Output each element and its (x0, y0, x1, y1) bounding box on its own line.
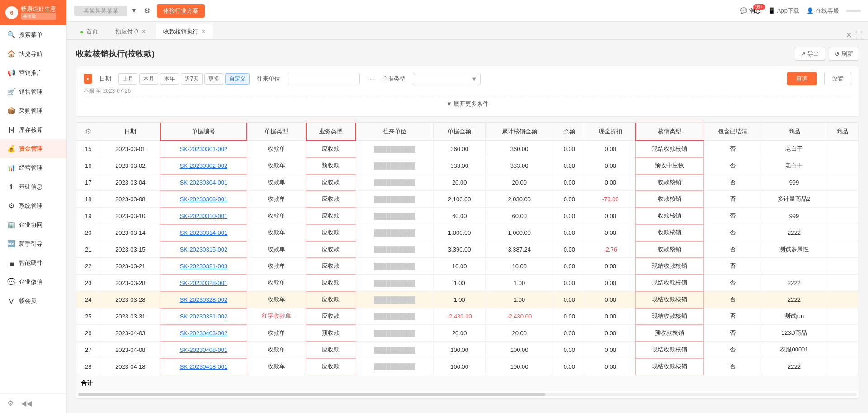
tab-home[interactable]: ● 首页 (72, 24, 106, 39)
expand-conditions-btn[interactable]: ▼ 展开更多条件 (84, 97, 851, 111)
table-cell[interactable]: SK-20230321-003 (160, 258, 247, 275)
tab-close-all-icon[interactable]: ✕ (846, 31, 852, 39)
query-button[interactable]: 查询 (787, 72, 817, 85)
sidebar-item-operations[interactable]: 📊 经营管理 (0, 158, 66, 177)
table-cell: 2023-04-08 (100, 342, 160, 358)
table-cell: -2,430.00 (434, 308, 486, 325)
sidebar-item-search[interactable]: 🔍 搜索菜单 (0, 25, 66, 44)
filter-expand-left-btn[interactable]: » (84, 74, 92, 84)
hardware-icon: 🖥 (7, 259, 15, 267)
voucher-type-select[interactable] (413, 73, 481, 85)
table-cell[interactable]: SK-20230328-001 (160, 275, 247, 291)
sidebar-item-sales[interactable]: 🛒 销售管理 (0, 82, 66, 101)
sidebar-item-label: 企业协同 (19, 221, 42, 229)
table-cell: 28 (76, 358, 100, 375)
message-button[interactable]: 💬 消息 99+ (740, 7, 761, 15)
tab-prepay-close-icon[interactable]: ✕ (142, 28, 146, 35)
table-cell[interactable]: SK-20230408-001 (160, 342, 247, 358)
sidebar-item-guide[interactable]: 🆕 新手引导 (0, 234, 66, 253)
table-cell[interactable]: SK-20230301-002 (160, 141, 247, 157)
table-cell: 否 (703, 325, 762, 342)
sidebar-item-system[interactable]: ⚙ 系统管理 (0, 196, 66, 215)
collapse-icon[interactable]: ◀◀ (21, 399, 32, 408)
table-cell: 1.00 (434, 291, 486, 308)
date-7days-btn[interactable]: 近7天 (181, 73, 203, 85)
table-cell: 18 (76, 191, 100, 208)
online-service-button[interactable]: 👤 在线客服 (807, 7, 839, 15)
counterpart-input[interactable] (288, 73, 360, 85)
tab-maximize-icon[interactable]: ⛶ (855, 31, 863, 39)
topbar-gear-icon[interactable]: ⚙ (141, 5, 153, 17)
table-cell: 0.00 (553, 174, 585, 191)
tab-collection-close-icon[interactable]: ✕ (201, 28, 206, 35)
column-settings-icon[interactable]: ⚙ (85, 128, 91, 135)
table-cell: 100.00 (434, 358, 486, 375)
table-cell: 2023-03-14 (100, 224, 160, 241)
date-this-month-btn[interactable]: 本月 (139, 73, 158, 85)
sidebar-item-corp[interactable]: 🏢 企业协同 (0, 215, 66, 234)
export-button[interactable]: ↗ 导出 (795, 47, 825, 61)
table-cell[interactable]: SK-20230314-001 (160, 224, 247, 241)
col-settings-header[interactable]: ⚙ (76, 123, 100, 141)
table-cell[interactable]: SK-20230302-002 (160, 157, 247, 174)
table-cell: 0.00 (585, 291, 636, 308)
table-cell: -2,430.00 (486, 308, 553, 325)
refresh-button[interactable]: ↺ 刷新 (829, 47, 859, 61)
table-cell: 24 (76, 291, 100, 308)
table-cell: 60.00 (486, 208, 553, 224)
sidebar-item-label: 资金管理 (19, 145, 42, 153)
date-custom-btn[interactable]: 自定义 (225, 73, 250, 85)
table-cell: 红字收款单 (247, 308, 306, 325)
table-cell[interactable]: SK-20230310-001 (160, 208, 247, 224)
table-cell: ██████████ (356, 258, 433, 275)
table-cell (826, 308, 858, 325)
sidebar-item-wechat[interactable]: 💬 企业微信 (0, 272, 66, 291)
date-this-year-btn[interactable]: 本年 (160, 73, 179, 85)
page-content: 收款核销执行(按收款) ↗ 导出 ↺ 刷新 » 日期 上月 (67, 40, 868, 413)
breadcrumb-dropdown[interactable]: ▼ (131, 7, 137, 14)
table-cell: 收款单 (247, 141, 306, 157)
expand-icon: ▼ (446, 100, 452, 107)
table-cell: 0.00 (553, 258, 585, 275)
user-avatar[interactable] (846, 10, 861, 12)
table-cell: 2222 (762, 224, 826, 241)
table-cell: ██████████ (356, 358, 433, 375)
table-cell: 2023-03-28 (100, 291, 160, 308)
table-cell (762, 258, 826, 275)
message-badge: 99+ (753, 4, 765, 10)
date-more-btn[interactable]: 更多 (204, 73, 223, 85)
table-cell: 333.00 (434, 157, 486, 174)
tab-collection[interactable]: 收款核销执行 ✕ (156, 24, 213, 39)
sidebar-item-member[interactable]: V 畅会员 (0, 291, 66, 310)
table-cell: 2023-04-03 (100, 325, 160, 342)
sidebar-item-purchase[interactable]: 📦 采购管理 (0, 101, 66, 120)
table-cell: 0.00 (585, 174, 636, 191)
table-cell: 否 (703, 208, 762, 224)
table-cell[interactable]: SK-20230328-002 (160, 291, 247, 308)
table-cell: 333.00 (486, 157, 553, 174)
horizontal-scrollbar[interactable] (78, 393, 857, 396)
solution-button[interactable]: 体验行业方案 (157, 4, 205, 18)
settings-icon[interactable]: ⚙ (7, 399, 14, 408)
table-cell[interactable]: SK-20230304-001 (160, 174, 247, 191)
table-cell[interactable]: SK-20230418-001 (160, 358, 247, 375)
app-download-button[interactable]: 📱 App下载 (768, 7, 799, 15)
table-cell[interactable]: SK-20230403-002 (160, 325, 247, 342)
sidebar-item-inventory[interactable]: 🗄 库存核算 (0, 120, 66, 139)
table-cell[interactable]: SK-20230315-002 (160, 241, 247, 258)
col-product2-header: 商品 (826, 123, 858, 141)
table-cell: 2023-03-01 (100, 141, 160, 157)
sidebar-item-finance[interactable]: 💰 资金管理 (0, 139, 66, 158)
sidebar-item-marketing[interactable]: 📢 营销推广 (0, 63, 66, 82)
table-cell: 否 (703, 241, 762, 258)
table-cell[interactable]: SK-20230331-002 (160, 308, 247, 325)
table-cell[interactable]: SK-20230308-001 (160, 191, 247, 208)
tab-prepay[interactable]: 预应付单 ✕ (108, 24, 154, 39)
sidebar-item-basic[interactable]: ℹ 基础信息 (0, 177, 66, 196)
table-row: 182023-03-08SK-20230308-001收款单应收款███████… (76, 191, 859, 208)
table-cell: 收款单 (247, 358, 306, 375)
sidebar-item-hardware[interactable]: 🖥 智能硬件 (0, 253, 66, 272)
date-last-month-btn[interactable]: 上月 (118, 73, 137, 85)
sidebar-item-nav[interactable]: 🏠 快捷导航 (0, 44, 66, 63)
filter-settings-button[interactable]: 设置 (824, 72, 851, 85)
